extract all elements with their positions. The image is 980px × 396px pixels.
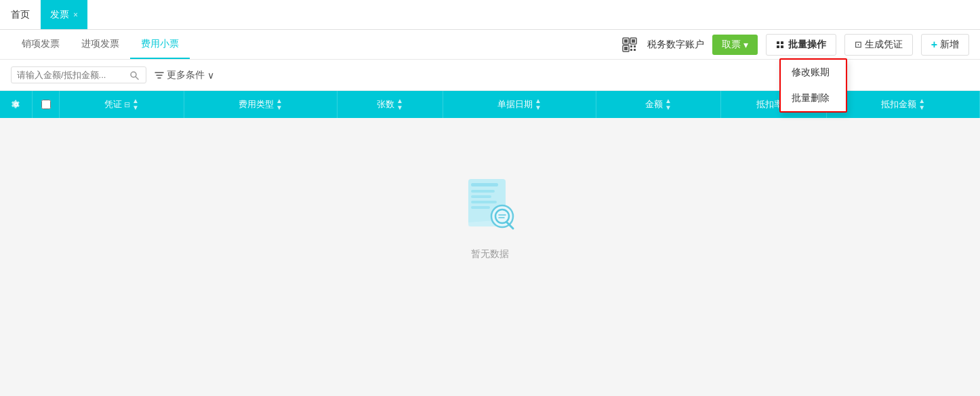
th-type[interactable]: 费用类型 ▲ ▼ — [184, 91, 338, 118]
th-count[interactable]: 张数 ▲ ▼ — [338, 91, 443, 118]
svg-rect-21 — [471, 206, 490, 209]
invoice-tab-label: 发票 — [50, 9, 69, 21]
svg-rect-1 — [624, 39, 628, 43]
svg-rect-11 — [781, 41, 783, 44]
search-input-wrap[interactable] — [11, 66, 146, 83]
svg-rect-3 — [632, 39, 635, 43]
empty-illustration — [456, 172, 524, 240]
invoice-tab[interactable]: 发票 × — [41, 0, 87, 29]
select-all-checkbox[interactable] — [41, 100, 51, 109]
modify-period-item[interactable]: 修改账期 — [781, 60, 846, 85]
filter-icon — [155, 71, 164, 80]
tab-expense[interactable]: 费用小票 — [130, 30, 190, 59]
batch-delete-item[interactable]: 批量删除 — [781, 85, 846, 111]
type-sort-icon[interactable]: ▲ ▼ — [276, 98, 283, 111]
deduct-sort-icon[interactable]: ▲ ▼ — [918, 98, 925, 111]
home-tab[interactable]: 首页 — [0, 0, 41, 29]
svg-rect-8 — [630, 49, 632, 51]
add-icon: + — [931, 39, 937, 51]
chevron-down-icon: ∨ — [207, 70, 214, 81]
more-filter-button[interactable]: 更多条件 ∨ — [155, 69, 214, 81]
top-nav: 首页 发票 × — [0, 0, 980, 30]
batch-operation-button[interactable]: 批量操作 — [766, 34, 836, 56]
batch-dropdown-menu: 修改账期 批量删除 — [779, 58, 847, 113]
search-input[interactable] — [17, 70, 125, 80]
gear-icon — [11, 99, 22, 110]
svg-rect-6 — [630, 45, 632, 47]
svg-rect-17 — [471, 183, 498, 186]
date-sort-icon[interactable]: ▲ ▼ — [535, 98, 542, 111]
th-date[interactable]: 单据日期 ▲ ▼ — [443, 91, 596, 118]
sub-tabs: 销项发票 进项发票 费用小票 — [11, 30, 190, 59]
add-button[interactable]: + 新增 — [921, 34, 969, 56]
count-sort-icon[interactable]: ▲ ▼ — [396, 98, 403, 111]
search-icon — [129, 71, 139, 80]
th-deduct[interactable]: 抵扣金额 ▲ ▼ — [827, 91, 980, 118]
th-voucher[interactable]: 凭证 ⊟ ▲ ▼ — [60, 91, 184, 118]
voucher-sort-icon[interactable]: ▲ ▼ — [132, 98, 139, 111]
qr-icon[interactable] — [620, 35, 639, 54]
svg-line-15 — [136, 77, 139, 79]
right-actions: 税务数字账户 取票 ▾ 批量操作 ⊡ 生成凭证 + 新增 — [620, 34, 969, 56]
tax-account-button[interactable]: 税务数字账户 — [647, 39, 704, 51]
voucher-filter-icon[interactable]: ⊟ — [124, 100, 130, 109]
svg-rect-12 — [777, 45, 779, 48]
svg-rect-9 — [634, 49, 636, 51]
sub-tab-bar: 销项发票 进项发票 费用小票 税务 — [0, 30, 980, 60]
home-label: 首页 — [11, 9, 30, 21]
svg-rect-19 — [471, 195, 491, 198]
empty-text: 暂无数据 — [471, 248, 509, 260]
svg-rect-18 — [471, 190, 495, 193]
th-checkbox[interactable] — [33, 91, 60, 118]
gen-voucher-button[interactable]: ⊡ 生成凭证 — [844, 34, 913, 56]
svg-rect-20 — [471, 201, 497, 203]
amount-sort-icon[interactable]: ▲ ▼ — [665, 98, 672, 111]
svg-rect-13 — [781, 45, 783, 48]
th-amount[interactable]: 金额 ▲ ▼ — [596, 91, 721, 118]
svg-point-14 — [131, 72, 136, 77]
batch-icon — [776, 40, 785, 50]
svg-rect-7 — [634, 45, 636, 47]
get-ticket-button[interactable]: 取票 ▾ — [712, 35, 758, 55]
svg-rect-10 — [777, 41, 779, 44]
tab-sales[interactable]: 销项发票 — [11, 30, 70, 59]
close-icon[interactable]: × — [73, 10, 78, 20]
empty-state: 暂无数据 — [0, 118, 980, 288]
svg-rect-5 — [624, 47, 628, 50]
gen-voucher-icon: ⊡ — [855, 39, 862, 50]
th-settings[interactable] — [0, 91, 33, 118]
tab-input[interactable]: 进项发票 — [70, 30, 130, 59]
dropdown-arrow-icon: ▾ — [743, 39, 748, 50]
